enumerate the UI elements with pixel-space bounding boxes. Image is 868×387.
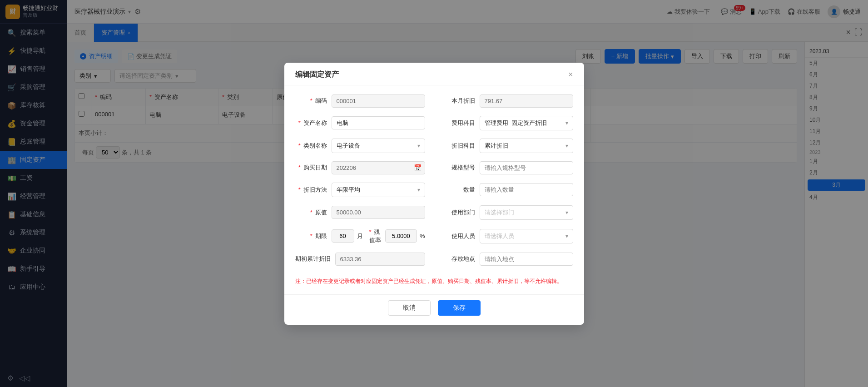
residual-label: * 残值率 — [369, 228, 382, 244]
dep-account-label: 折旧科目 — [443, 142, 475, 150]
user-placeholder: 请选择人员 — [485, 232, 514, 240]
dep-method-label: * 折旧方法 — [295, 186, 327, 194]
category-select[interactable]: 电子设备 ▾ — [332, 139, 425, 153]
modal-close-button[interactable]: × — [568, 70, 573, 79]
initial-dep-label: 期初累计折旧 — [295, 255, 331, 263]
department-select[interactable]: 请选择部门 ▾ — [480, 205, 573, 220]
user-label: 使用人员 — [443, 232, 475, 240]
initial-dep-input[interactable] — [335, 253, 425, 266]
modal-row-5: * 折旧方法 年限平均 ▾ 数量 — [295, 183, 573, 197]
period-unit: 月 — [357, 232, 363, 240]
department-label: 使用部门 — [443, 208, 475, 217]
expense-account-value: 管理费用_固定资产折旧 — [485, 119, 547, 127]
modal-footer: 取消 保存 — [284, 294, 584, 325]
dep-method-arrow: ▾ — [417, 187, 420, 193]
original-value-input[interactable] — [332, 206, 425, 219]
field-monthly-depreciation: 本月折旧 — [443, 94, 573, 108]
category-arrow: ▾ — [417, 143, 420, 149]
field-period-residual: * 期限 月 * 残值率 % — [295, 228, 425, 244]
field-department: 使用部门 请选择部门 ▾ — [443, 205, 573, 220]
field-expense-account: 费用科目 管理费用_固定资产折旧 ▾ — [443, 116, 573, 130]
field-code: * 编码 — [295, 94, 425, 108]
modal-row-6: * 原值 使用部门 请选择部门 ▾ — [295, 205, 573, 220]
field-initial-dep: 期初累计折旧 — [295, 253, 425, 266]
modal-row-8: 期初累计折旧 存放地点 — [295, 253, 573, 266]
period-label: * 期限 — [295, 232, 327, 240]
category-label: * 类别名称 — [295, 142, 327, 150]
spec-label: 规格型号 — [443, 164, 475, 172]
category-value: 电子设备 — [337, 142, 360, 150]
asset-name-label: * 资产名称 — [295, 119, 327, 127]
expense-account-select[interactable]: 管理费用_固定资产折旧 ▾ — [480, 116, 573, 130]
edit-asset-modal: 编辑固定资产 × * 编码 本月折旧 — [284, 63, 584, 325]
asset-name-input[interactable] — [332, 116, 425, 129]
department-placeholder: 请选择部门 — [485, 208, 514, 217]
field-spec: 规格型号 — [443, 161, 573, 174]
field-dep-method: * 折旧方法 年限平均 ▾ — [295, 183, 425, 197]
expense-account-arrow: ▾ — [565, 120, 568, 126]
spec-input[interactable] — [480, 161, 573, 174]
field-purchase-date: * 购买日期 📅 — [295, 161, 425, 174]
dep-account-select[interactable]: 累计折旧 ▾ — [480, 139, 573, 153]
code-input[interactable] — [332, 94, 425, 108]
calendar-icon[interactable]: 📅 — [414, 164, 422, 171]
code-label: * 编码 — [295, 97, 327, 105]
period-input[interactable] — [332, 229, 354, 243]
location-input[interactable] — [480, 253, 573, 266]
monthly-dep-input[interactable] — [480, 94, 573, 108]
field-quantity: 数量 — [443, 183, 573, 197]
original-value-label: * 原值 — [295, 208, 327, 217]
monthly-dep-label: 本月折旧 — [443, 97, 475, 105]
field-dep-account: 折旧科目 累计折旧 ▾ — [443, 139, 573, 153]
field-user: 使用人员 请选择人员 ▾ — [443, 228, 573, 244]
modal-header: 编辑固定资产 × — [284, 63, 584, 85]
dep-account-value: 累计折旧 — [485, 142, 508, 150]
user-select[interactable]: 请选择人员 ▾ — [480, 229, 573, 243]
cancel-button[interactable]: 取消 — [388, 300, 431, 316]
expense-account-label: 费用科目 — [443, 119, 475, 127]
field-original-value: * 原值 — [295, 205, 425, 220]
field-asset-name: * 资产名称 — [295, 116, 425, 130]
save-button[interactable]: 保存 — [438, 300, 481, 316]
modal-title: 编辑固定资产 — [295, 70, 339, 79]
field-category: * 类别名称 电子设备 ▾ — [295, 139, 425, 153]
modal-note: 注：已经存在变更记录或者对应固定资产已经生成凭证，原值、购买日期、残值率、累计折… — [295, 274, 573, 285]
modal-row-3: * 类别名称 电子设备 ▾ 折旧科目 累计折旧 ▾ — [295, 139, 573, 153]
department-arrow: ▾ — [565, 209, 568, 216]
purchase-date-wrap: 📅 — [332, 161, 425, 174]
residual-input[interactable] — [385, 229, 417, 243]
location-label: 存放地点 — [443, 255, 475, 263]
modal-row-7: * 期限 月 * 残值率 % 使用人员 — [295, 228, 573, 244]
dep-method-select[interactable]: 年限平均 ▾ — [332, 183, 425, 197]
period-residual-inline: 月 * 残值率 % — [332, 228, 425, 244]
user-arrow: ▾ — [565, 233, 568, 239]
purchase-date-input[interactable] — [332, 161, 425, 174]
residual-unit: % — [420, 233, 425, 239]
dep-method-value: 年限平均 — [337, 186, 360, 194]
dep-account-arrow: ▾ — [565, 143, 568, 149]
modal-body: * 编码 本月折旧 * 资产名称 — [284, 85, 584, 294]
modal-overlay: 编辑固定资产 × * 编码 本月折旧 — [0, 0, 868, 387]
quantity-input[interactable] — [480, 183, 573, 196]
modal-row-2: * 资产名称 费用科目 管理费用_固定资产折旧 ▾ — [295, 116, 573, 130]
quantity-label: 数量 — [443, 186, 475, 194]
purchase-date-label: * 购买日期 — [295, 164, 327, 172]
modal-row-4: * 购买日期 📅 规格型号 — [295, 161, 573, 174]
field-location: 存放地点 — [443, 253, 573, 266]
modal-row-1: * 编码 本月折旧 — [295, 94, 573, 108]
